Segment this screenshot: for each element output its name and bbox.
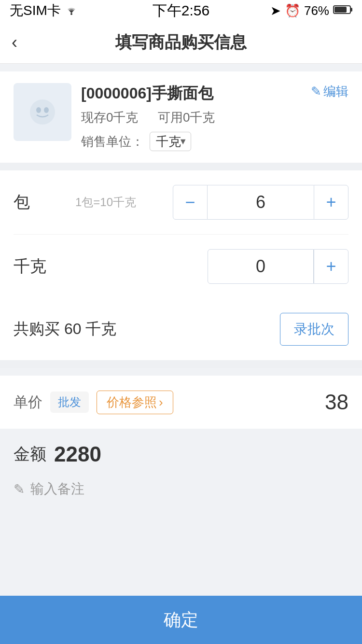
product-unit-row: 销售单位： 千克 [81, 132, 348, 151]
confirm-bar[interactable]: 确定 [0, 596, 362, 644]
bag-label: 包 [14, 191, 71, 213]
stock-spacer [142, 110, 154, 125]
bag-plus-button[interactable]: + [314, 185, 348, 220]
unit-select-wrap[interactable]: 千克 [150, 132, 191, 151]
available-label: 可用0千克 [158, 110, 215, 125]
nav-title: 填写商品购买信息 [115, 31, 247, 54]
svg-point-4 [30, 99, 55, 125]
price-value: 38 [325, 390, 348, 414]
record-batch-button[interactable]: 录批次 [280, 313, 348, 346]
amount-label: 金额 [14, 443, 46, 465]
svg-rect-3 [334, 7, 347, 13]
remark-icon: ✎ [14, 481, 25, 497]
confirm-button[interactable]: 确定 [164, 608, 198, 632]
price-label: 单价 [14, 392, 42, 412]
product-info: [0000006]手撕面包 ✎ 编辑 现存0千克 可用0千克 销售单位： 千克 [81, 83, 348, 151]
status-time: 下午2:56 [153, 1, 209, 21]
amount-section: 金额 2280 ✎ 输入备注 [0, 429, 362, 512]
svg-point-6 [44, 107, 49, 113]
price-tag: 批发 [50, 392, 89, 413]
location-icon: ➤ [270, 3, 281, 18]
kg-plus-button[interactable]: + [314, 249, 348, 284]
remark-text: 输入备注 [30, 480, 84, 498]
status-right: ➤ ⏰ 76% [270, 3, 352, 18]
total-amount: 60 [64, 320, 82, 337]
unit-select[interactable]: 千克 [150, 132, 191, 151]
status-bar: 无SIM卡 下午2:56 ➤ ⏰ 76% [0, 0, 362, 21]
kg-qty-input[interactable] [208, 249, 314, 284]
product-stock: 现存0千克 可用0千克 [81, 109, 348, 126]
product-logo-icon [28, 98, 57, 126]
unit-prefix: 销售单位： [81, 133, 144, 150]
quantity-section: 包 1包=10千克 − + 千克 + [0, 170, 362, 298]
bag-minus-button[interactable]: − [173, 185, 208, 220]
price-ref-button[interactable]: 价格参照 › [97, 391, 173, 414]
edit-icon: ✎ [311, 84, 321, 99]
product-card: [0000006]手撕面包 ✎ 编辑 现存0千克 可用0千克 销售单位： 千克 [0, 71, 362, 163]
battery-icon [333, 3, 352, 18]
kg-quantity-row: 千克 + [14, 235, 348, 298]
product-name: [0000006]手撕面包 [81, 83, 213, 104]
edit-label: 编辑 [323, 83, 348, 100]
product-header: [0000006]手撕面包 ✎ 编辑 [81, 83, 348, 104]
price-ref-arrow: › [159, 395, 163, 410]
main-content: [0000006]手撕面包 ✎ 编辑 现存0千克 可用0千克 销售单位： 千克 [0, 71, 362, 644]
bag-qty-input[interactable] [208, 185, 314, 220]
alarm-icon: ⏰ [285, 3, 300, 18]
stock-label: 现存0千克 [81, 110, 138, 125]
wifi-icon [65, 3, 78, 18]
back-button[interactable]: ‹ [12, 32, 17, 53]
edit-button[interactable]: ✎ 编辑 [311, 83, 348, 100]
svg-rect-2 [350, 8, 352, 12]
total-unit: 千克 [85, 320, 116, 337]
total-prefix: 共购买 [14, 320, 60, 337]
amount-value: 2280 [54, 442, 101, 466]
kg-qty-controls: + [208, 249, 348, 284]
divider-1 [0, 163, 362, 170]
kg-label: 千克 [14, 255, 71, 278]
nav-bar: ‹ 填写商品购买信息 [0, 21, 362, 64]
bag-qty-controls: − + [173, 185, 348, 220]
price-ref-label: 价格参照 [107, 394, 157, 411]
amount-row: 金额 2280 [14, 442, 348, 474]
total-text: 共购买 60 千克 [14, 319, 116, 340]
bag-quantity-row: 包 1包=10千克 − + [14, 170, 348, 235]
svg-point-0 [70, 13, 72, 15]
battery-label: 76% [304, 3, 329, 18]
price-section: 单价 批发 价格参照 › 38 [0, 376, 362, 429]
carrier-label: 无SIM卡 [10, 1, 61, 20]
total-section: 共购买 60 千克 录批次 [0, 298, 362, 360]
svg-point-5 [36, 107, 41, 113]
remark-row[interactable]: ✎ 输入备注 [14, 474, 348, 512]
status-left: 无SIM卡 [10, 1, 78, 20]
bag-sublabel: 1包=10千克 [75, 195, 136, 210]
divider-2 [0, 360, 362, 368]
product-image [14, 83, 71, 141]
